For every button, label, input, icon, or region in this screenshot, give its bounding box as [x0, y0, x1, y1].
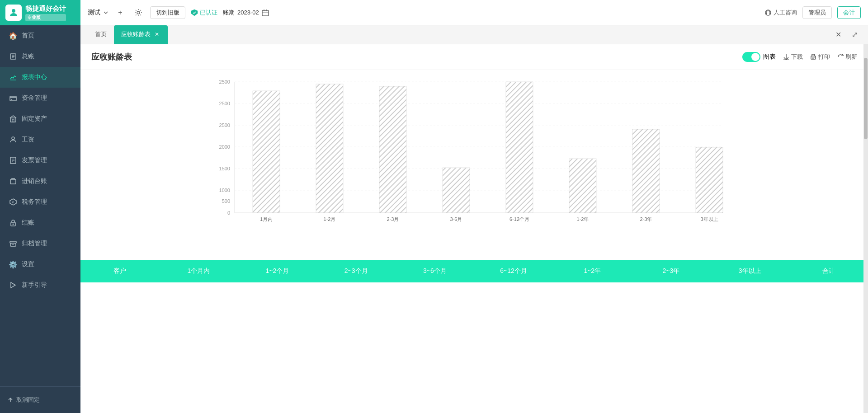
archive-icon [9, 239, 17, 248]
chart-area: 2500 2500 2500 2000 1500 1000 500 0 [80, 70, 868, 260]
certified-badge: 已认证 [191, 9, 217, 17]
manager-btn[interactable]: 管理员 [802, 6, 832, 19]
refresh-icon [837, 54, 844, 60]
sidebar-item-ledger[interactable]: 总账 [0, 46, 80, 67]
home-icon: 🏠 [9, 32, 17, 40]
sidebar-item-reports[interactable]: 报表中心 [0, 67, 80, 88]
sidebar-scroll: 🏠 首页 总账 报表中心 [0, 25, 80, 386]
svg-point-20 [13, 224, 14, 225]
sidebar-item-settings[interactable]: ⚙️ 设置 [0, 254, 80, 275]
sidebar-item-closing[interactable]: 结账 [0, 212, 80, 233]
switch-old-btn[interactable]: 切到旧版 [150, 6, 185, 19]
company-selector[interactable]: 测试 [88, 9, 108, 17]
scrollbar-thumb[interactable] [864, 58, 868, 139]
tabbar: 首页 应收账龄表 ✕ ✕ ⤢ [80, 25, 868, 44]
ledger-icon [9, 52, 17, 61]
download-label: 下载 [791, 53, 803, 61]
svg-text:1月内: 1月内 [260, 216, 273, 222]
logo-text: 畅捷通好会计 [25, 5, 66, 13]
sidebar-item-invoice[interactable]: 发票管理 [0, 150, 80, 171]
add-button[interactable]: + [114, 6, 127, 19]
col-total: 合计 [789, 260, 868, 282]
sidebar-item-capital[interactable]: 资金管理 [0, 88, 80, 108]
refresh-btn[interactable]: 刷新 [837, 53, 857, 61]
cancel-fixed-label: 取消固定 [16, 396, 40, 404]
maximize-icon: ⤢ [852, 30, 858, 39]
sidebar-item-home[interactable]: 🏠 首页 [0, 25, 80, 46]
logo-icon [5, 5, 22, 21]
svg-text:2500: 2500 [219, 122, 230, 128]
refresh-label: 刷新 [845, 53, 857, 61]
ai-consult-label: 人工咨询 [774, 9, 797, 17]
print-btn[interactable]: 打印 [810, 53, 830, 61]
col-1-2month: 1~2个月 [238, 260, 316, 282]
manager-label: 管理员 [808, 9, 826, 16]
col-6-12month: 6~12个月 [474, 260, 553, 282]
svg-text:1500: 1500 [219, 166, 230, 171]
assets-icon [9, 115, 17, 123]
tab-home[interactable]: 首页 [88, 25, 114, 44]
svg-point-0 [12, 9, 15, 13]
sidebar-item-payroll[interactable]: 工资 [0, 129, 80, 150]
tab-close-window-btn[interactable]: ✕ [832, 28, 844, 41]
gear-icon [134, 9, 142, 17]
svg-text:¥: ¥ [11, 200, 14, 204]
sidebar-item-archive[interactable]: 归档管理 [0, 233, 80, 254]
sidebar-item-guide[interactable]: 新手引导 [0, 275, 80, 296]
svg-text:1000: 1000 [219, 188, 230, 193]
sidebar-label-home: 首页 [22, 32, 34, 40]
company-name: 测试 [88, 9, 100, 17]
period-info: 账期 2023-02 [223, 9, 269, 17]
sidebar-label-guide: 新手引导 [22, 281, 47, 289]
sidebar-label-capital: 资金管理 [22, 94, 47, 102]
print-label: 打印 [818, 53, 830, 61]
svg-text:2500: 2500 [219, 79, 230, 84]
print-icon [810, 54, 816, 60]
tab-close-icon[interactable]: ✕ [153, 31, 160, 38]
svg-text:2500: 2500 [219, 101, 230, 106]
page-content: 应收账龄表 图表 [80, 44, 868, 413]
download-btn[interactable]: 下载 [783, 53, 803, 61]
svg-text:3-6月: 3-6月 [450, 216, 462, 222]
report-page: 应收账龄表 图表 [80, 44, 868, 413]
topbar-settings-button[interactable] [132, 6, 145, 19]
tab-maximize-btn[interactable]: ⤢ [848, 28, 861, 41]
calendar-icon[interactable] [262, 9, 269, 16]
svg-marker-24 [11, 282, 15, 288]
chart-toggle[interactable]: 图表 [742, 52, 776, 62]
ai-consult-btn[interactable]: 人工咨询 [764, 9, 797, 17]
switch-track[interactable] [742, 52, 760, 62]
report-header: 应收账龄表 图表 [80, 44, 868, 70]
dropdown-icon [103, 10, 108, 15]
period-value: 2023-02 [237, 9, 259, 16]
svg-text:2000: 2000 [219, 144, 230, 150]
sidebar-label-purchase: 进销台账 [22, 177, 47, 185]
svg-rect-16 [10, 179, 16, 184]
scrollbar-track[interactable] [863, 44, 868, 413]
svg-rect-34 [769, 13, 771, 14]
bar-5 [506, 82, 533, 213]
sidebar-item-tax[interactable]: ¥ 税务管理 [0, 192, 80, 212]
tab-aging[interactable]: 应收账龄表 ✕ [114, 25, 168, 44]
svg-text:1-2月: 1-2月 [324, 216, 336, 222]
main-area: 测试 + 切到旧版 已认证 账期 2023-02 [80, 0, 868, 413]
topbar-right: 人工咨询 管理员 会计 [764, 6, 861, 19]
svg-point-26 [137, 11, 140, 14]
sidebar-label-ledger: 总账 [22, 52, 34, 61]
accountant-btn[interactable]: 会计 [837, 6, 861, 19]
svg-rect-33 [765, 13, 767, 14]
sidebar-item-assets[interactable]: 固定资产 [0, 108, 80, 129]
headset-icon [764, 9, 772, 16]
svg-text:0: 0 [227, 210, 230, 216]
sidebar-item-purchase[interactable]: 进销台账 [0, 171, 80, 192]
bar-6 [569, 159, 596, 213]
sidebar-bottom: 取消固定 [0, 386, 80, 413]
report-title: 应收账龄表 [91, 52, 132, 62]
accountant-label: 会计 [843, 9, 855, 16]
sidebar: 畅捷通好会计 专业版 🏠 首页 总账 [0, 0, 80, 413]
bar-chart: 2500 2500 2500 2000 1500 1000 500 0 [91, 77, 857, 240]
tab-home-label: 首页 [95, 30, 107, 38]
guide-icon [9, 281, 17, 289]
cancel-fixed-btn[interactable]: 取消固定 [0, 391, 80, 408]
add-icon: + [118, 9, 122, 17]
